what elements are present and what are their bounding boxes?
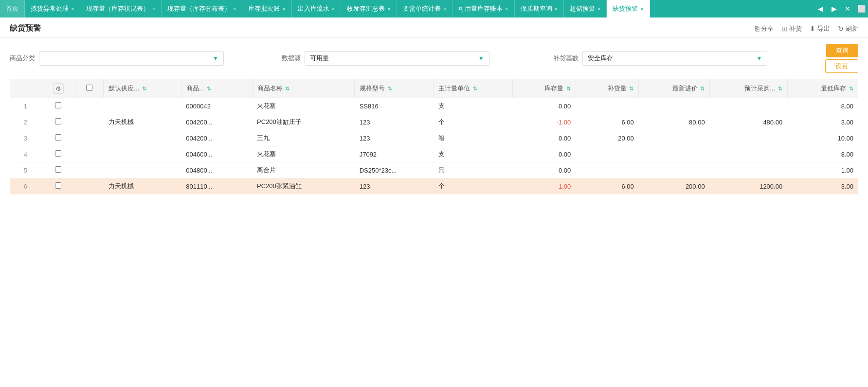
row-checkbox[interactable] xyxy=(55,182,61,189)
tab-restore-btn[interactable]: ⬜ xyxy=(854,0,868,18)
row-checkbox[interactable] xyxy=(55,102,61,108)
cell-name: 离合片 xyxy=(252,162,355,178)
cell-stock: 0.00 xyxy=(513,98,576,114)
cell-index: 2 xyxy=(10,114,41,130)
row-checkbox[interactable] xyxy=(55,118,61,124)
cell-forecast xyxy=(710,130,788,146)
col-header-stock[interactable]: 库存量 ⇅ xyxy=(513,79,576,98)
cell-checkbox[interactable] xyxy=(41,98,75,114)
tab-close-inout-flow[interactable]: × xyxy=(332,6,335,12)
cell-checkbox[interactable] xyxy=(41,114,75,130)
tab-inventory-status[interactable]: 现存量（库存状况表） × xyxy=(80,0,161,18)
tab-expiry-query[interactable]: 保质期查询 × xyxy=(515,0,564,18)
cell-price: 80.00 xyxy=(639,114,710,130)
sort-icon-code: ⇅ xyxy=(207,86,211,91)
cell-forecast: 1200.00 xyxy=(710,178,788,194)
tab-prev-btn[interactable]: ◀ xyxy=(814,0,827,18)
tab-inout-flow[interactable]: 出入库流水 × xyxy=(292,0,341,18)
tab-collect-summary[interactable]: 收发存汇总表 × xyxy=(341,0,397,18)
tab-shortage[interactable]: 缺货预警 × xyxy=(607,0,650,18)
tab-close-available-ledger[interactable]: × xyxy=(505,6,508,12)
col-header-spec[interactable]: 规格型号 ⇅ xyxy=(355,79,434,98)
sort-icon-supplier: ⇅ xyxy=(142,86,146,91)
tab-bar: 首页 拣货异常处理 × 现存量（库存状况表） × 现存量（库存分布表） × 库存… xyxy=(0,0,868,18)
query-button[interactable]: 查询 xyxy=(826,44,858,57)
refresh-btn[interactable]: ↻ 刷新 xyxy=(838,24,858,33)
cell-supplier: 力天机械 xyxy=(104,114,181,130)
cell-actions xyxy=(75,130,103,146)
tab-close-collect-summary[interactable]: × xyxy=(387,6,390,12)
sort-icon-stock: ⇅ xyxy=(566,86,571,91)
share-icon: ⎘ xyxy=(755,25,759,33)
cell-checkbox[interactable] xyxy=(41,130,75,146)
refresh-icon: ↻ xyxy=(838,25,844,33)
tab-abnormal[interactable]: 拣货异常处理 × xyxy=(25,0,80,18)
cell-actions xyxy=(75,146,103,162)
table-row[interactable]: 6 力天机械 801110... PC200张紧油缸 123 个 -1.00 6… xyxy=(10,178,858,194)
tab-close-batch-account[interactable]: × xyxy=(282,6,285,12)
tab-close-expiry-query[interactable]: × xyxy=(555,6,558,12)
tab-close-overstock[interactable]: × xyxy=(597,6,600,12)
row-checkbox[interactable] xyxy=(55,134,61,141)
table-header-row: ⚙ 默认供应... ⇅ 商品... ⇅ 商品名称 ⇅ xyxy=(10,79,858,98)
tab-close-abnormal[interactable]: × xyxy=(71,6,74,12)
settings-button[interactable]: 设置 xyxy=(825,59,858,73)
replenish-btn[interactable]: ⊞ 补货 xyxy=(781,24,802,33)
tab-batch-account[interactable]: 库存批次账 × xyxy=(242,0,291,18)
tab-close-shortage[interactable]: × xyxy=(640,6,643,12)
col-header-supplier[interactable]: 默认供应... ⇅ xyxy=(104,79,181,98)
tab-close-order-stats[interactable]: × xyxy=(443,6,446,12)
sort-icon-price: ⇅ xyxy=(700,86,705,91)
category-filter: 商品分类 ▼ xyxy=(10,51,272,66)
cell-code: 004800... xyxy=(181,162,252,178)
cell-actions xyxy=(75,162,103,178)
table-row[interactable]: 5 004800... 离合片 DS250*23c... 只 0.00 1.00 xyxy=(10,162,858,178)
row-checkbox[interactable] xyxy=(55,166,61,173)
tab-close-inventory-dist[interactable]: × xyxy=(233,6,236,12)
select-all-checkbox[interactable] xyxy=(86,85,92,91)
cell-checkbox[interactable] xyxy=(41,146,75,162)
table-row[interactable]: 2 力天机械 004200... PC200油缸庄子 123 个 -1.00 6… xyxy=(10,114,858,130)
cell-unit: 个 xyxy=(434,178,513,194)
tab-order-stats[interactable]: 要货单统计表 × xyxy=(397,0,452,18)
row-checkbox[interactable] xyxy=(55,150,61,157)
page-header: 缺货预警 ⎘ 分享 ⊞ 补货 ⬇ 导出 ↻ 刷新 xyxy=(0,18,868,38)
tab-close-all-btn[interactable]: ✕ xyxy=(841,0,854,18)
tab-close-inventory-status[interactable]: × xyxy=(152,6,155,12)
col-header-forecast[interactable]: 预计采购... ⇅ xyxy=(710,79,788,98)
tab-home[interactable]: 首页 xyxy=(0,0,25,18)
export-btn[interactable]: ⬇ 导出 xyxy=(810,24,830,33)
cell-stock: -1.00 xyxy=(513,178,576,194)
col-header-minstock[interactable]: 最低库存 ⇅ xyxy=(787,79,858,98)
table-row[interactable]: 3 004200... 三九 123 箱 0.00 20.00 10.00 xyxy=(10,130,858,146)
cell-unit: 个 xyxy=(434,114,513,130)
cell-unit: 只 xyxy=(434,162,513,178)
cell-forecast xyxy=(710,162,788,178)
col-header-name[interactable]: 商品名称 ⇅ xyxy=(252,79,355,98)
cell-replenish xyxy=(576,162,639,178)
cell-replenish xyxy=(576,146,639,162)
tab-overstock[interactable]: 超储预警 × xyxy=(564,0,607,18)
tab-next-btn[interactable]: ▶ xyxy=(827,0,841,18)
datasource-dropdown-icon: ▼ xyxy=(478,55,484,62)
table-row[interactable]: 1 0000042 火花塞 SS816 支 0.00 8.00 xyxy=(10,98,858,114)
col-header-unit[interactable]: 主计量单位 ⇅ xyxy=(434,79,513,98)
shortage-table: ⚙ 默认供应... ⇅ 商品... ⇅ 商品名称 ⇅ xyxy=(10,79,858,194)
cell-checkbox[interactable] xyxy=(41,162,75,178)
table-settings-gear[interactable]: ⚙ xyxy=(53,83,64,94)
tab-available-ledger[interactable]: 可用量库存账本 × xyxy=(452,0,514,18)
cell-price xyxy=(639,130,710,146)
col-header-code[interactable]: 商品... ⇅ xyxy=(181,79,252,98)
cell-index: 6 xyxy=(10,178,41,194)
share-btn[interactable]: ⎘ 分享 xyxy=(755,24,774,33)
col-header-select-all[interactable] xyxy=(75,79,103,98)
category-select[interactable]: ▼ xyxy=(39,51,224,66)
tab-inventory-dist[interactable]: 现存量（库存分布表） × xyxy=(162,0,242,18)
cell-checkbox[interactable] xyxy=(41,178,75,194)
col-header-price[interactable]: 最新进价 ⇅ xyxy=(639,79,710,98)
cell-name: PC200油缸庄子 xyxy=(252,114,355,130)
datasource-select[interactable]: 可用量 ▼ xyxy=(305,51,489,66)
col-header-replenish[interactable]: 补货量 ⇅ xyxy=(576,79,639,98)
table-row[interactable]: 4 004600... 火花塞 J7092 支 0.00 8.00 xyxy=(10,146,858,162)
replenish-basis-select[interactable]: 安全库存 ▼ xyxy=(582,51,767,66)
